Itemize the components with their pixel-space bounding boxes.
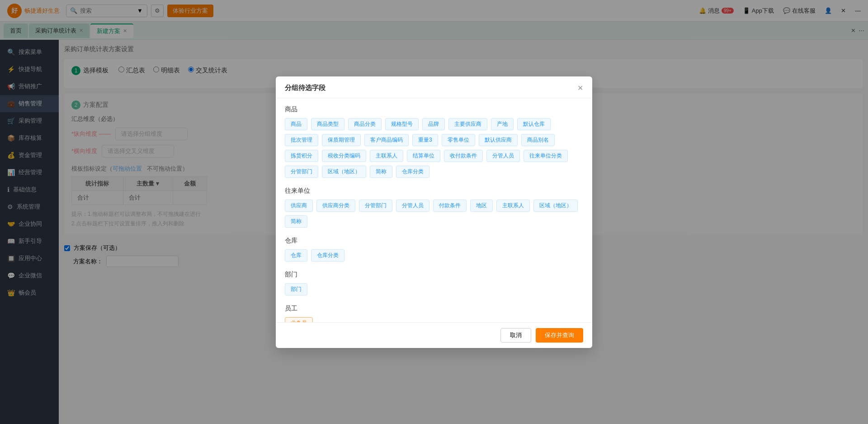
modal-overlay: 分组待选字段 ✕ 商品 商品 商品类型 商品分类 规格型号 品牌 主要供应商 产…	[0, 0, 868, 424]
tag-cp-main-contact[interactable]: 主联系人	[496, 200, 530, 212]
tag-batch-mgmt[interactable]: 批次管理	[285, 134, 318, 146]
tag-cp-dept[interactable]: 分管部门	[359, 200, 392, 212]
tag-weight3[interactable]: 重量3	[412, 134, 438, 146]
section-counterparty-title: 往来单位	[285, 187, 583, 195]
tag-origin[interactable]: 产地	[491, 118, 514, 130]
tag-supervisor[interactable]: 分管人员	[486, 150, 520, 162]
tag-tax-code[interactable]: 税收分类编码	[322, 150, 366, 162]
tag-warehouse[interactable]: 仓库	[285, 249, 307, 262]
section-dept-tags: 部门	[285, 283, 583, 295]
section-counterparty-tags: 供应商 供应商分类 分管部门 分管人员 付款条件 地区 主联系人 区域（地区） …	[285, 200, 583, 228]
tag-cp-supervisor[interactable]: 分管人员	[396, 200, 429, 212]
tag-cp-region[interactable]: 区域（地区）	[533, 200, 578, 212]
tag-product[interactable]: 商品	[285, 118, 307, 130]
tag-expiry-mgmt[interactable]: 保质期管理	[322, 134, 361, 146]
tag-main-supplier[interactable]: 主要供应商	[448, 118, 487, 130]
cancel-button[interactable]: 取消	[500, 328, 531, 343]
section-warehouse-title: 仓库	[285, 237, 583, 245]
tag-dept[interactable]: 分管部门	[285, 166, 318, 178]
modal-footer: 取消 保存并查询	[276, 322, 592, 348]
tag-settlement-unit[interactable]: 结算单位	[407, 150, 440, 162]
tag-payment-condition[interactable]: 付款条件	[433, 200, 467, 212]
field-select-modal: 分组待选字段 ✕ 商品 商品 商品类型 商品分类 规格型号 品牌 主要供应商 产…	[276, 76, 592, 348]
section-dept: 部门 部门	[285, 271, 583, 295]
tag-main-contact[interactable]: 主联系人	[370, 150, 403, 162]
tag-pick-points[interactable]: 拣货积分	[285, 150, 318, 162]
tag-product-category[interactable]: 商品分类	[348, 118, 382, 130]
tag-area[interactable]: 地区	[470, 200, 493, 212]
modal-body: 商品 商品 商品类型 商品分类 规格型号 品牌 主要供应商 产地 默认仓库 批次…	[276, 98, 592, 322]
tag-product-alias[interactable]: 商品别名	[521, 134, 555, 146]
section-warehouse-tags: 仓库 仓库分类	[285, 249, 583, 262]
tag-department[interactable]: 部门	[285, 283, 307, 295]
modal-title: 分组待选字段	[285, 84, 326, 92]
section-product: 商品 商品 商品类型 商品分类 规格型号 品牌 主要供应商 产地 默认仓库 批次…	[285, 105, 583, 178]
tag-warehouse-category[interactable]: 仓库分类	[396, 166, 429, 178]
tag-cp-short-name[interactable]: 简称	[285, 215, 307, 228]
section-counterparty: 往来单位 供应商 供应商分类 分管部门 分管人员 付款条件 地区 主联系人 区域…	[285, 187, 583, 228]
tag-default-warehouse[interactable]: 默认仓库	[517, 118, 551, 130]
section-warehouse: 仓库 仓库 仓库分类	[285, 237, 583, 262]
modal-header: 分组待选字段 ✕	[276, 76, 592, 98]
section-dept-title: 部门	[285, 271, 583, 279]
tag-short-name[interactable]: 简称	[370, 166, 392, 178]
tag-product-type[interactable]: 商品类型	[311, 118, 344, 130]
section-product-title: 商品	[285, 105, 583, 114]
tag-salesperson[interactable]: 业务员	[285, 317, 313, 322]
tag-spec-model[interactable]: 规格型号	[385, 118, 419, 130]
section-product-tags: 商品 商品类型 商品分类 规格型号 品牌 主要供应商 产地 默认仓库 批次管理 …	[285, 118, 583, 178]
save-query-button[interactable]: 保存并查询	[536, 328, 583, 343]
tag-supplier[interactable]: 供应商	[285, 200, 313, 212]
tag-wh-category[interactable]: 仓库分类	[311, 249, 344, 262]
section-employee-title: 员工	[285, 305, 583, 313]
tag-supplier-category[interactable]: 供应商分类	[316, 200, 355, 212]
tag-brand[interactable]: 品牌	[422, 118, 445, 130]
tag-region[interactable]: 区域（地区）	[322, 166, 366, 178]
tag-customer-sku[interactable]: 客户商品编码	[364, 134, 409, 146]
tag-counterparty-category[interactable]: 往来单位分类	[524, 150, 568, 162]
section-employee: 员工 业务员	[285, 305, 583, 322]
tag-retail-unit[interactable]: 零售单位	[442, 134, 475, 146]
tag-payment-terms[interactable]: 收付款条件	[444, 150, 483, 162]
section-employee-tags: 业务员	[285, 317, 583, 322]
modal-close-btn[interactable]: ✕	[577, 84, 583, 92]
tag-default-supplier[interactable]: 默认供应商	[479, 134, 518, 146]
